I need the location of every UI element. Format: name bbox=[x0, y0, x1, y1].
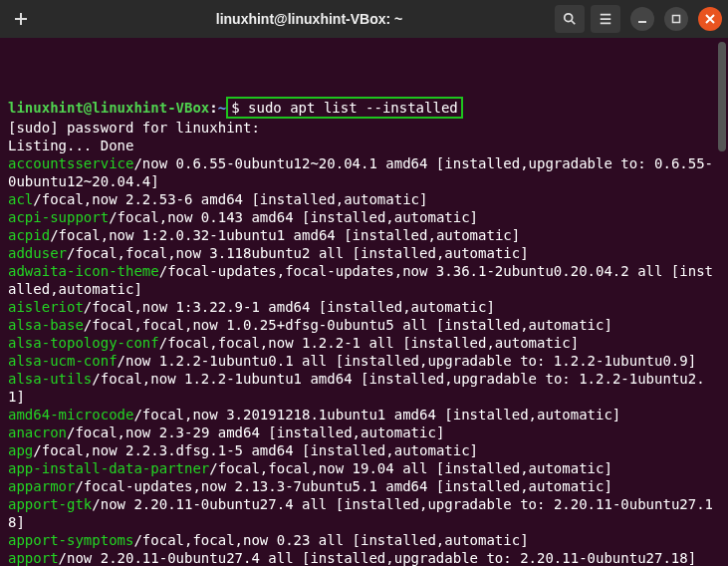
package-name: accountsservice bbox=[8, 155, 133, 171]
package-name: alsa-base bbox=[8, 317, 84, 333]
close-button[interactable] bbox=[698, 7, 722, 31]
svg-line-1 bbox=[572, 21, 576, 25]
package-details: /focal,now 1.2.2-1ubuntu1 amd64 [install… bbox=[8, 371, 705, 405]
package-details: /focal-updates,now 2.13.3-7ubuntu5.1 amd… bbox=[75, 478, 611, 494]
package-name: apparmor bbox=[8, 478, 75, 494]
package-details: /focal,focal,now 19.04 all [installed,au… bbox=[209, 460, 612, 476]
package-line: adwaita-icon-theme/focal-updates,focal-u… bbox=[8, 262, 720, 298]
package-name: anacron bbox=[8, 424, 67, 440]
package-details: /focal,now 1:3.22.9-1 amd64 [installed,a… bbox=[84, 299, 495, 315]
package-details: /focal,focal,now 1.0.25+dfsg-0ubuntu5 al… bbox=[84, 317, 612, 333]
package-name: adduser bbox=[8, 245, 67, 261]
package-details: /focal,now 1:2.0.32-1ubuntu1 amd64 [inst… bbox=[50, 227, 520, 243]
package-line: aisleriot/focal,now 1:3.22.9-1 amd64 [in… bbox=[8, 298, 720, 316]
prompt-colon: : bbox=[209, 100, 217, 116]
package-name: alsa-ucm-conf bbox=[8, 353, 118, 369]
package-line: app-install-data-partner/focal,focal,now… bbox=[8, 459, 720, 477]
package-line: amd64-microcode/focal,now 3.20191218.1ub… bbox=[8, 406, 720, 424]
package-line: acpi-support/focal,now 0.143 amd64 [inst… bbox=[8, 208, 720, 226]
output-line: [sudo] password for linuxhint: bbox=[8, 119, 720, 137]
maximize-button[interactable] bbox=[664, 7, 688, 31]
package-name: acl bbox=[8, 191, 33, 207]
package-details: /focal,now 2.2.53-6 amd64 [installed,aut… bbox=[33, 191, 427, 207]
prompt-user: linuxhint@linuxhint-VBox bbox=[8, 100, 209, 116]
package-details: /focal,now 0.143 amd64 [installed,automa… bbox=[109, 209, 478, 225]
search-button[interactable] bbox=[555, 5, 585, 33]
package-line: acl/focal,now 2.2.53-6 amd64 [installed,… bbox=[8, 190, 720, 208]
package-name: alsa-utils bbox=[8, 371, 92, 387]
package-line: anacron/focal,now 2.3-29 amd64 [installe… bbox=[8, 424, 720, 441]
package-name: apg bbox=[8, 442, 33, 458]
package-details: /now 2.20.11-0ubuntu27.4 all [installed,… bbox=[59, 550, 697, 566]
package-name: app-install-data-partner bbox=[8, 460, 209, 476]
package-name: apport-gtk bbox=[8, 496, 92, 512]
package-details: /focal,focal,now 1.2.2-1 all [installed,… bbox=[159, 335, 579, 351]
package-details: /focal,focal,now 3.118ubuntu2 all [insta… bbox=[67, 245, 529, 261]
package-details: /now 2.20.11-0ubuntu27.4 all [installed,… bbox=[8, 496, 713, 530]
package-name: aisleriot bbox=[8, 299, 84, 315]
package-line: apport-symptoms/focal,focal,now 0.23 all… bbox=[8, 531, 720, 549]
package-name: adwaita-icon-theme bbox=[8, 263, 159, 279]
package-details: /focal,now 2.2.3.dfsg.1-5 amd64 [install… bbox=[33, 442, 478, 458]
prompt-line: linuxhint@linuxhint-VBox:~$ sudo apt lis… bbox=[8, 97, 720, 119]
package-name: acpi-support bbox=[8, 209, 109, 225]
package-line: alsa-utils/focal,now 1.2.2-1ubuntu1 amd6… bbox=[8, 370, 720, 406]
package-details: /now 1.2.2-1ubuntu0.1 all [installed,upg… bbox=[118, 353, 697, 369]
package-name: alsa-topology-conf bbox=[8, 335, 159, 351]
titlebar: linuxhint@linuxhint-VBox: ~ bbox=[0, 0, 728, 38]
package-line: apparmor/focal-updates,now 2.13.3-7ubunt… bbox=[8, 477, 720, 495]
package-line: accountsservice/now 0.6.55-0ubuntu12~20.… bbox=[8, 154, 720, 190]
window-title: linuxhint@linuxhint-VBox: ~ bbox=[70, 10, 549, 28]
package-line: alsa-ucm-conf/now 1.2.2-1ubuntu0.1 all [… bbox=[8, 352, 720, 370]
package-name: acpid bbox=[8, 227, 50, 243]
package-details: /focal,now 3.20191218.1ubuntu1 amd64 [in… bbox=[133, 407, 620, 423]
package-line: alsa-base/focal,focal,now 1.0.25+dfsg-0u… bbox=[8, 316, 720, 334]
package-name: apport-symptoms bbox=[8, 532, 133, 548]
package-line: apg/focal,now 2.2.3.dfsg.1-5 amd64 [inst… bbox=[8, 441, 720, 459]
command-highlight: $ sudo apt list --installed bbox=[226, 97, 463, 119]
svg-rect-3 bbox=[673, 16, 680, 23]
package-line: apport/now 2.20.11-0ubuntu27.4 all [inst… bbox=[8, 549, 720, 566]
scrollbar[interactable] bbox=[718, 42, 726, 151]
package-line: acpid/focal,now 1:2.0.32-1ubuntu1 amd64 … bbox=[8, 226, 720, 244]
package-line: apport-gtk/now 2.20.11-0ubuntu27.4 all [… bbox=[8, 495, 720, 531]
terminal-output[interactable]: linuxhint@linuxhint-VBox:~$ sudo apt lis… bbox=[0, 38, 728, 566]
prompt-path: ~ bbox=[218, 100, 226, 116]
package-name: amd64-microcode bbox=[8, 407, 133, 423]
package-line: adduser/focal,focal,now 3.118ubuntu2 all… bbox=[8, 244, 720, 262]
menu-button[interactable] bbox=[591, 5, 620, 33]
new-tab-button[interactable] bbox=[6, 5, 36, 33]
output-line: Listing... Done bbox=[8, 137, 720, 154]
package-name: apport bbox=[8, 550, 59, 566]
package-details: /focal,focal,now 0.23 all [installed,aut… bbox=[133, 532, 528, 548]
package-line: alsa-topology-conf/focal,focal,now 1.2.2… bbox=[8, 334, 720, 352]
package-details: /focal,now 2.3-29 amd64 [installed,autom… bbox=[67, 424, 444, 440]
svg-point-0 bbox=[565, 14, 573, 22]
minimize-button[interactable] bbox=[630, 7, 654, 31]
